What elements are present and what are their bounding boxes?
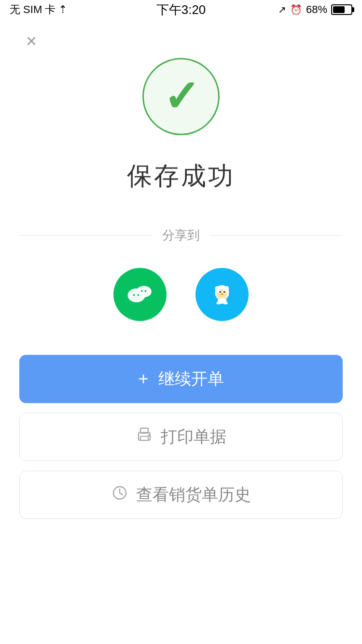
qq-icon: [208, 280, 237, 309]
battery-text: 68%: [306, 3, 327, 16]
history-label: 查看销货单历史: [136, 484, 251, 506]
checkmark-icon: ✓: [163, 75, 199, 118]
close-button[interactable]: ×: [19, 29, 43, 53]
svg-line-27: [120, 493, 123, 495]
signal-text: 无 SIM 卡 ⇡: [10, 2, 67, 17]
svg-rect-23: [140, 436, 148, 440]
status-right: ↗ ⏰ 68%: [278, 3, 352, 16]
svg-point-3: [144, 290, 146, 292]
svg-point-14: [224, 291, 225, 292]
battery-icon: [331, 4, 352, 15]
status-bar: 无 SIM 卡 ⇡ 下午3:20 ↗ ⏰ 68%: [0, 0, 362, 19]
wechat-icon: [125, 279, 156, 310]
print-button[interactable]: 打印单据: [19, 413, 343, 461]
location-icon: ↗: [278, 4, 286, 15]
svg-point-5: [137, 294, 139, 296]
svg-point-20: [223, 302, 228, 305]
svg-point-17: [225, 286, 229, 292]
svg-point-15: [221, 294, 223, 295]
svg-point-13: [220, 291, 221, 292]
divider-left: [19, 235, 153, 236]
history-button[interactable]: 查看销货单历史: [19, 471, 343, 519]
main-content: × ✓ 保存成功 分享到: [0, 19, 362, 644]
action-buttons: + 继续开单 打印单据: [19, 355, 343, 519]
success-circle: ✓: [142, 58, 220, 135]
printer-icon: [136, 426, 153, 448]
status-left: 无 SIM 卡 ⇡: [10, 2, 67, 17]
continue-label: 继续开单: [158, 368, 224, 390]
close-icon: ×: [26, 32, 37, 50]
svg-point-12: [223, 291, 225, 293]
svg-point-16: [215, 286, 219, 292]
svg-point-4: [133, 294, 135, 296]
battery-fill: [333, 6, 345, 13]
svg-point-11: [220, 291, 222, 293]
divider-right: [209, 235, 343, 236]
svg-point-2: [140, 290, 142, 292]
share-label: 分享到: [162, 227, 200, 244]
clock-icon: [111, 484, 128, 505]
qq-share-button[interactable]: [195, 268, 249, 321]
plus-icon: +: [138, 369, 148, 389]
share-icons: [113, 268, 249, 321]
alarm-icon: ⏰: [290, 4, 302, 15]
print-label: 打印单据: [161, 426, 226, 448]
wechat-share-button[interactable]: [113, 268, 167, 321]
status-time: 下午3:20: [156, 1, 206, 18]
svg-point-24: [148, 434, 150, 436]
share-divider: 分享到: [19, 227, 343, 244]
svg-point-19: [216, 302, 221, 305]
continue-button[interactable]: + 继续开单: [19, 355, 343, 403]
success-title: 保存成功: [127, 159, 235, 193]
